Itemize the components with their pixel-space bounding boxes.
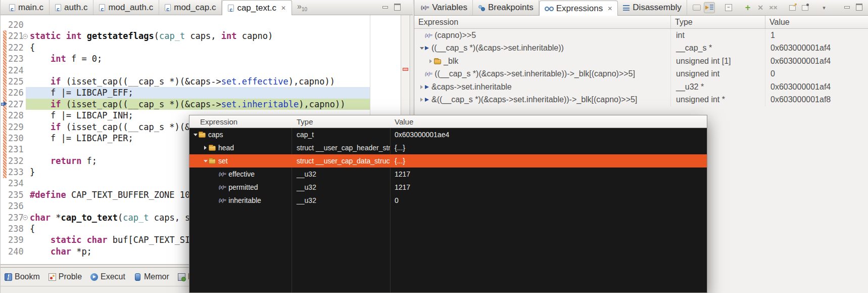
fold-column — [23, 19, 30, 30]
editor-window-buttons — [380, 4, 402, 11]
value-cell: 0x603000001af4 — [765, 80, 868, 94]
expression-row[interactable]: &((__cap_s *)(&caps->set.inheritable))->… — [414, 94, 868, 107]
code-line: 225 if (isset_cap((__cap_s *)(&caps->set… — [1, 76, 370, 87]
expression-cell: set — [189, 154, 292, 168]
tab-label: mod_auth.c — [108, 3, 153, 13]
fold-column — [23, 133, 30, 144]
view-tab-disassembly[interactable]: Disassembly — [618, 0, 687, 15]
collapse-all-icon[interactable] — [723, 2, 734, 13]
editor-tab-main.c[interactable]: main.c — [4, 0, 50, 15]
editor-tab-auth.c[interactable]: auth.c — [50, 0, 93, 15]
code-line: 222{ — [1, 42, 370, 53]
code-line: 223 int f = 0; — [1, 53, 370, 64]
expand-icon[interactable] — [427, 59, 434, 63]
tab-overflow-chevron[interactable]: »10 — [297, 2, 307, 12]
fold-column — [23, 246, 30, 257]
expression-cell: caps — [189, 128, 292, 141]
expression-row[interactable]: &caps->set.inheritable__u32 *0x603000001… — [414, 80, 868, 94]
expression-label: effective — [228, 170, 255, 178]
editor-tab-cap_text.c[interactable]: cap_text.c✕ — [222, 0, 292, 15]
expression-label: head — [218, 144, 234, 152]
structure-icon — [209, 146, 216, 151]
code-line: 224 — [1, 65, 370, 76]
maximize-icon[interactable] — [393, 4, 402, 11]
pin-view-icon[interactable] — [799, 2, 810, 13]
code-line: 221static int getstateflags(cap_t caps, … — [1, 30, 370, 41]
bottom-tab-execut[interactable]: Execut — [90, 272, 125, 281]
popup-row[interactable]: capscap_t0x603000001ae4 — [189, 128, 707, 141]
tab-label: mod_cap.c — [174, 3, 216, 13]
expression-cell: (x)=inheritable — [189, 194, 292, 207]
popup-row[interactable]: (x)=effective__u321217 — [189, 168, 707, 181]
expression-icon: (x)= — [425, 71, 432, 76]
collapse-icon[interactable] — [202, 160, 209, 162]
link-with-debug-icon[interactable] — [704, 2, 715, 13]
line-number: 240 — [1, 246, 23, 257]
bottom-tab-bookm[interactable]: Bookm — [5, 272, 40, 281]
type-cell: __u32 — [292, 168, 390, 181]
expand-icon[interactable] — [202, 146, 209, 150]
expression-cell: _blk — [414, 55, 670, 68]
add-expression-icon[interactable]: + — [742, 2, 753, 13]
view-tab-variables[interactable]: (x)=Variables — [416, 0, 473, 15]
detach-view-icon[interactable] — [787, 2, 798, 13]
tab-label: Memor — [144, 272, 169, 281]
collapse-icon[interactable] — [192, 134, 199, 136]
close-icon[interactable]: ✕ — [281, 5, 286, 12]
expand-icon[interactable] — [418, 98, 425, 102]
popup-row[interactable]: setstruct __user_cap_data_struct{...} — [189, 154, 707, 168]
type-cell: unsigned int [1] — [670, 55, 765, 68]
fold-collapse-icon[interactable] — [23, 215, 28, 220]
expression-label: permitted — [228, 183, 258, 191]
type-cell: __cap_s * — [670, 42, 765, 55]
view-menu-icon[interactable]: ▾ — [818, 2, 830, 13]
view-tab-expressions[interactable]: Expressions✕ — [539, 1, 618, 16]
c-file-icon — [99, 4, 105, 11]
code-text: f |= LIBCAP_EFF; — [30, 87, 370, 98]
value-cell: 0 — [390, 194, 707, 207]
expression-row[interactable]: _blkunsigned int [1]0x603000001af4 — [414, 55, 868, 68]
expression-icon: (x)= — [425, 33, 432, 38]
editor-tab-mod_auth.c[interactable]: mod_auth.c — [93, 0, 159, 15]
line-number: 236 — [1, 200, 23, 212]
maximize-icon[interactable] — [854, 4, 863, 11]
bottom-tab-proble[interactable]: Proble — [49, 272, 82, 281]
value-cell: {...} — [390, 154, 707, 168]
close-icon[interactable]: ✕ — [607, 5, 612, 12]
remove-expression-icon[interactable]: ✕ — [755, 2, 766, 13]
show-type-names-icon[interactable] — [691, 2, 702, 13]
code-line: 227 if (isset_cap((__cap_s *)(&caps->set… — [1, 99, 370, 110]
column-header-expression: Expression — [414, 16, 670, 28]
type-cell: unsigned int * — [670, 94, 765, 107]
bottom-tab-memor[interactable]: Memor — [134, 272, 169, 281]
structure-icon — [199, 133, 206, 138]
code-text — [30, 65, 370, 76]
line-number: 238 — [1, 223, 23, 234]
column-header-value: Value — [765, 16, 868, 28]
minimize-icon[interactable] — [842, 4, 851, 11]
remove-all-expressions-icon[interactable]: ✕✕ — [767, 2, 779, 13]
disassembly-icon — [623, 5, 630, 11]
editor-tab-mod_cap.c[interactable]: mod_cap.c — [159, 0, 222, 15]
fold-collapse-icon[interactable] — [23, 34, 28, 39]
expression-cell: (x)=permitted — [189, 181, 292, 194]
code-text: if (isset_cap((__cap_s *)(&caps->set.inh… — [30, 99, 370, 110]
eclipse-debug-window: main.cauth.cmod_auth.cmod_cap.ccap_text.… — [0, 0, 868, 293]
collapse-icon[interactable] — [418, 47, 425, 50]
fold-column — [23, 155, 30, 166]
view-tab-breakpoints[interactable]: Breakpoints — [473, 0, 539, 15]
panel-window-buttons — [842, 4, 863, 11]
code-text: { — [30, 42, 370, 53]
popup-row[interactable]: (x)=permitted__u321217 — [189, 181, 707, 194]
popup-row[interactable]: (x)=inheritable__u320 — [189, 194, 707, 207]
line-number: 220 — [1, 19, 23, 30]
minimize-icon[interactable] — [380, 4, 390, 11]
expression-row[interactable]: (x)=(capno)>>5int1 — [414, 29, 868, 42]
expression-row[interactable]: ((__cap_s *)(&caps->set.inheritable))__c… — [414, 42, 868, 55]
expand-icon[interactable] — [418, 85, 425, 89]
expression-cell: (x)=((__cap_s *)(&caps->set.inheritable)… — [414, 68, 670, 81]
expression-icon: (x)= — [219, 172, 226, 177]
tab-label: Disassembly — [633, 3, 681, 13]
expression-row[interactable]: (x)=((__cap_s *)(&caps->set.inheritable)… — [414, 68, 868, 81]
popup-row[interactable]: headstruct __user_cap_header_struct{...} — [189, 141, 707, 154]
